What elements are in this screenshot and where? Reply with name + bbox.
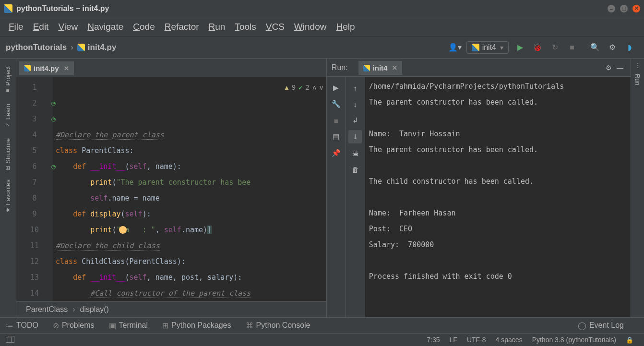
wrench-icon[interactable]: 🔧	[329, 97, 343, 111]
layout-icon[interactable]: ▤	[329, 130, 343, 143]
down-arrow-icon[interactable]: ↓	[348, 97, 362, 111]
scroll-to-end-icon[interactable]: ⤓	[348, 130, 362, 143]
line-number[interactable]: 9	[16, 206, 53, 222]
coverage-button[interactable]: ↻	[548, 41, 561, 54]
code-line[interactable]: #Call constructor of the parent class	[56, 286, 326, 301]
file-encoding[interactable]: UTF-8	[467, 336, 486, 344]
line-number[interactable]: 4	[16, 127, 53, 143]
tool-terminal[interactable]: ▣Terminal	[109, 321, 148, 330]
tool-windows-quick-access-icon[interactable]	[6, 337, 12, 343]
console-output[interactable]: /home/fahmida/PycharmProjects/pythonTuto…	[365, 77, 631, 317]
menu-refactor[interactable]: Refactor	[160, 20, 204, 34]
user-icon[interactable]: 👤▾	[448, 41, 462, 54]
python-interpreter[interactable]: Python 3.8 (pythonTutorials)	[532, 336, 616, 344]
chevron-up-icon[interactable]: ʌ	[312, 80, 316, 95]
more-icon[interactable]: ⋮	[634, 61, 641, 69]
line-number[interactable]: 1	[16, 80, 53, 95]
run-tab-label: init4	[373, 64, 388, 72]
play-with-provider-icon[interactable]: ◗	[623, 41, 636, 54]
line-number[interactable]: 11	[16, 238, 53, 254]
line-number[interactable]: 3◔	[16, 111, 53, 127]
code-line[interactable]: #Declare the parent class	[56, 127, 326, 143]
code-line[interactable]: #Declare the child class	[56, 238, 326, 254]
editor-breadcrumb[interactable]: ParentClass › display()	[16, 301, 326, 317]
intention-bulb-icon[interactable]	[119, 226, 127, 234]
tool-python-console[interactable]: ⌘Python Console	[246, 321, 310, 330]
code-line[interactable]: class ParentClass:	[56, 143, 326, 159]
rerun-button[interactable]: ▶	[329, 81, 343, 95]
stop-button[interactable]: ■	[329, 114, 343, 127]
debug-button[interactable]: 🐞	[531, 41, 544, 54]
breadcrumb-project[interactable]: pythonTutorials	[6, 43, 67, 52]
run-tool-label[interactable]: Run	[634, 74, 641, 85]
close-tab-icon[interactable]: ✕	[64, 65, 69, 72]
chevron-down-icon[interactable]: v	[319, 80, 323, 95]
menu-code[interactable]: Code	[128, 20, 159, 34]
search-icon[interactable]: 🔍	[588, 41, 602, 54]
code-line[interactable]: print("Na : ", self.name)]	[56, 222, 326, 238]
line-number[interactable]: 6◔	[16, 159, 53, 175]
code-line[interactable]: class ChildClass(ParentClass):	[56, 254, 326, 270]
run-tab-init4[interactable]: init4 ✕	[358, 60, 403, 75]
gear-icon[interactable]: ⚙	[606, 41, 619, 54]
indent-mode[interactable]: 4 spaces	[496, 336, 523, 344]
line-number[interactable]: 8	[16, 191, 53, 206]
menu-run[interactable]: Run	[204, 20, 230, 34]
menu-window[interactable]: Window	[289, 20, 332, 34]
menu-vcs[interactable]: VCS	[261, 20, 289, 34]
tool-python-packages[interactable]: ⊞Python Packages	[162, 321, 231, 330]
soft-wrap-icon[interactable]: ↲	[348, 114, 362, 127]
tool-window-learn[interactable]: ✓Learn	[4, 104, 12, 128]
tool-todo[interactable]: ≔TODO	[6, 321, 38, 330]
line-number[interactable]: 14	[16, 286, 53, 301]
code-line[interactable]: self.name = name	[56, 191, 326, 206]
code-line[interactable]: print("The parent constructor has bee	[56, 175, 326, 191]
code-line[interactable]: def __init__(self, name):	[56, 159, 326, 175]
menu-navigate[interactable]: Navigate	[83, 20, 128, 34]
caret-position[interactable]: 7:35	[427, 336, 440, 344]
trash-icon[interactable]: 🗑	[348, 163, 362, 176]
menu-help[interactable]: Help	[331, 20, 359, 34]
line-number[interactable]: 12	[16, 254, 53, 270]
pin-icon[interactable]: 📌	[329, 146, 343, 160]
code-line[interactable]: def display(self):	[56, 206, 326, 222]
gear-icon[interactable]: ⚙	[603, 64, 614, 72]
tool-window-favorites[interactable]: ★Favorites	[4, 179, 12, 214]
editor-body[interactable]: 12◔3◔456◔7891011121314 ▲ 9 ✔ 2 ʌ v #Decl…	[16, 77, 326, 301]
breadcrumb-class[interactable]: ParentClass	[26, 305, 68, 314]
code-line[interactable]: def __init__(self, name, post, salary):	[56, 270, 326, 286]
tool-window-structure[interactable]: ⊞Structure	[4, 138, 12, 170]
editor-tabs: init4.py ✕	[16, 59, 326, 77]
event-log-button[interactable]: ◯ Event Log	[578, 321, 624, 330]
lock-icon[interactable]: 🔒	[626, 336, 633, 344]
close-tab-icon[interactable]: ✕	[392, 64, 397, 72]
line-number[interactable]: 13	[16, 270, 53, 286]
tool-window-project[interactable]: ■Project	[4, 66, 12, 94]
inspection-widget[interactable]: ▲ 9 ✔ 2 ʌ v	[285, 80, 323, 95]
code-area[interactable]: ▲ 9 ✔ 2 ʌ v #Declare the parent classcla…	[53, 77, 326, 301]
up-arrow-icon[interactable]: ↑	[348, 81, 362, 95]
print-icon[interactable]: 🖶	[348, 146, 362, 160]
breadcrumb-method[interactable]: display()	[80, 305, 108, 314]
line-number[interactable]: 10	[16, 222, 53, 238]
menu-file[interactable]: File	[4, 20, 28, 34]
minimize-panel-icon[interactable]: —	[614, 64, 626, 72]
run-button[interactable]: ▶	[513, 41, 527, 54]
menu-edit[interactable]: Edit	[28, 20, 54, 34]
line-number[interactable]: 2◔	[16, 95, 53, 111]
tool-problems[interactable]: ⊘Problems	[53, 321, 95, 330]
menu-tools[interactable]: Tools	[230, 20, 261, 34]
gutter[interactable]: 12◔3◔456◔7891011121314	[16, 77, 53, 301]
line-number[interactable]: 7	[16, 175, 53, 191]
line-separator[interactable]: LF	[450, 336, 457, 344]
minimize-button[interactable]: –	[608, 5, 615, 12]
line-number[interactable]: 5	[16, 143, 53, 159]
breadcrumb[interactable]: pythonTutorials › init4.py	[6, 43, 116, 52]
close-button[interactable]: ✕	[632, 5, 640, 12]
editor-tab-init4[interactable]: init4.py ✕	[19, 60, 74, 75]
breadcrumb-file[interactable]: init4.py	[88, 43, 117, 52]
stop-button[interactable]: ■	[565, 41, 579, 54]
menu-view[interactable]: View	[53, 20, 83, 34]
maximize-button[interactable]: ▢	[620, 5, 628, 12]
run-configuration-selector[interactable]: init4 ▾	[466, 41, 509, 54]
